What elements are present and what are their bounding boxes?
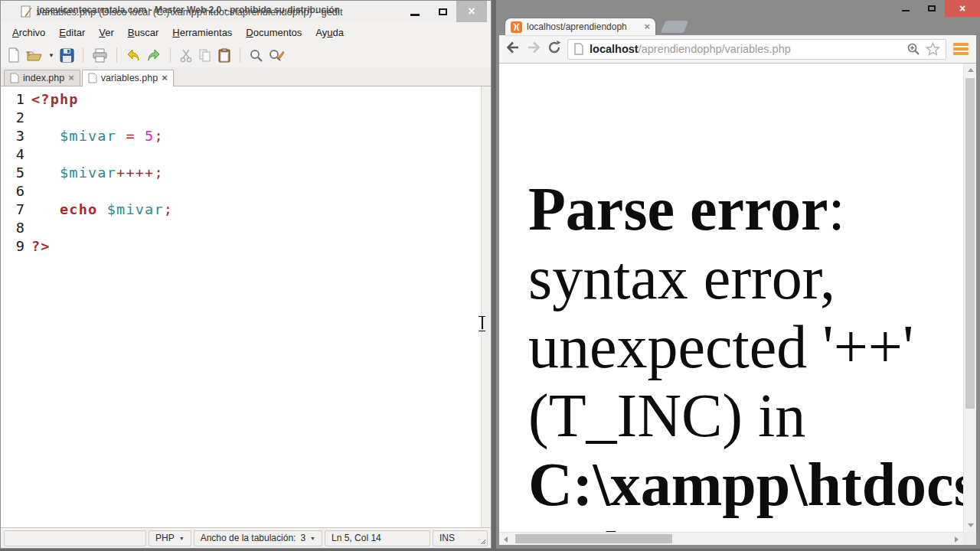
horizontal-scroll-thumb[interactable] [515, 534, 672, 543]
code-line: 3 $mivar = 5; [1, 127, 491, 145]
error-line: (T_INC) in [528, 381, 963, 450]
open-dropdown-icon[interactable]: ▼ [48, 52, 54, 59]
tab-title: localhost/aprendiendoph [527, 21, 639, 32]
scrollbar-corner [963, 532, 976, 545]
language-selector[interactable]: PHP▼ [149, 530, 191, 546]
browser-menu-icon[interactable] [952, 41, 970, 57]
menu-herramientas[interactable]: Herramientas [167, 24, 237, 41]
minimize-button[interactable] [893, 0, 919, 17]
maximize-button[interactable] [919, 0, 945, 17]
browser-tab[interactable]: localhost/aprendiendoph × [505, 18, 655, 35]
error-line: C:\xampp\htdocs\aprendiendophp\variables… [528, 450, 963, 519]
error-line: unexpected '++' [528, 312, 963, 381]
url-text[interactable]: localhost/aprendiendophp/variables.php [590, 43, 901, 55]
ibeam-cursor-pointer [479, 316, 485, 330]
code-line: 5 $mivar++++; [1, 164, 491, 182]
code-line: 8 [1, 219, 491, 237]
scroll-right-icon[interactable] [955, 536, 959, 543]
gedit-tabbar: index.php × variables.php × [1, 67, 491, 86]
vertical-scroll-thumb[interactable] [965, 78, 975, 409]
code-line: 9?> [1, 237, 491, 256]
back-icon[interactable] [505, 40, 521, 58]
code-line: 7 echo $mivar; [1, 201, 491, 219]
new-tab-button[interactable] [661, 21, 688, 33]
paste-icon[interactable] [217, 48, 231, 63]
code-area: 1<?php 2 3 $mivar = 5; 4 5 $mivar++++; 6… [1, 86, 491, 256]
menu-archivo[interactable]: Archivo [7, 24, 51, 41]
tab-width-selector[interactable]: Ancho de la tabulación:3▼ [194, 530, 322, 546]
redo-icon[interactable] [146, 48, 162, 62]
menu-editar[interactable]: Editar [54, 24, 90, 41]
code-line: 2 [1, 109, 491, 127]
tab-label: variables.php [101, 73, 158, 83]
browser-titlebar: × [496, 0, 980, 17]
xampp-favicon [511, 21, 522, 33]
address-bar[interactable]: localhost/aprendiendophp/variables.php [567, 39, 946, 60]
gedit-toolbar: ▼ [1, 43, 491, 67]
close-button[interactable]: × [456, 1, 487, 22]
error-line: Parse error: [528, 174, 963, 243]
code-line: 1<?php [1, 90, 491, 109]
cursor-position: Ln 5, Col 14 [325, 530, 430, 546]
error-page: Parse error: syntax error, unexpected '+… [499, 64, 963, 532]
statusbar-message-area [4, 530, 146, 546]
vertical-scrollbar[interactable] [963, 64, 976, 532]
print-icon[interactable] [92, 48, 108, 63]
gedit-menubar: Archivo Editar Ver Buscar Herramientas D… [1, 22, 491, 43]
scroll-left-icon[interactable] [504, 536, 508, 543]
menu-buscar[interactable]: Buscar [122, 24, 164, 41]
menu-documentos[interactable]: Documentos [240, 24, 307, 41]
forward-icon[interactable] [526, 40, 541, 58]
reload-icon[interactable] [547, 40, 562, 58]
error-line: on line 5 [528, 519, 963, 532]
insert-mode-indicator: INS [433, 530, 488, 546]
menu-ver[interactable]: Ver [93, 24, 119, 41]
file-icon [88, 73, 97, 83]
undo-icon[interactable] [126, 48, 141, 62]
browser-toolbar: localhost/aprendiendophp/variables.php [499, 35, 976, 64]
zoom-level-icon[interactable] [906, 42, 920, 56]
browser-window: × localhost/aprendiendoph × localhost/ap… [496, 0, 980, 549]
code-editor[interactable]: 1<?php 2 3 $mivar = 5; 4 5 $mivar++++; 6… [1, 86, 491, 527]
bookmark-star-icon[interactable] [926, 42, 940, 56]
tab-close-icon[interactable]: × [162, 74, 168, 82]
browser-viewport: Parse error: syntax error, unexpected '+… [499, 64, 976, 545]
save-icon[interactable] [60, 48, 74, 63]
gedit-title-area: variables.php (Disco local (C:)\xampp\ht… [37, 1, 397, 22]
scroll-down-icon[interactable] [968, 523, 974, 527]
watermark-text: josevicentecarratala.com - Master Web 2.… [37, 5, 340, 15]
open-file-icon[interactable] [26, 47, 42, 63]
tab-label: index.php [23, 73, 64, 83]
gedit-statusbar: PHP▼ Ancho de la tabulación:3▼ Ln 5, Col… [1, 527, 491, 548]
tab-close-icon[interactable]: × [68, 74, 74, 82]
code-line: 4 [1, 145, 491, 164]
copy-icon[interactable] [198, 48, 212, 63]
minimize-button[interactable] [401, 1, 429, 22]
gedit-app-icon [21, 5, 33, 21]
resize-grip[interactable] [479, 538, 485, 544]
code-line: 6 [1, 182, 491, 201]
chevron-down-icon: ▼ [179, 536, 185, 541]
new-document-icon[interactable] [7, 47, 21, 63]
horizontal-scrollbar[interactable] [499, 532, 963, 545]
maximize-button[interactable] [429, 1, 456, 22]
menu-ayuda[interactable]: Ayuda [310, 24, 349, 41]
tab-variables-php[interactable]: variables.php × [82, 70, 174, 86]
file-icon [10, 73, 19, 83]
browser-tabstrip: localhost/aprendiendoph × [496, 17, 980, 35]
scroll-up-icon[interactable] [968, 68, 974, 72]
browser-client-area: localhost/aprendiendophp/variables.php P… [499, 35, 976, 545]
tab-close-icon[interactable]: × [644, 23, 650, 31]
close-button[interactable]: × [945, 0, 980, 17]
search-replace-icon[interactable] [269, 48, 285, 63]
cut-icon[interactable] [179, 48, 193, 63]
page-icon [573, 43, 584, 55]
error-line: syntax error, [528, 243, 963, 312]
gedit-titlebar: variables.php (Disco local (C:)\xampp\ht… [1, 1, 491, 22]
editor-scrollbar[interactable] [481, 86, 491, 527]
search-icon[interactable] [249, 48, 263, 63]
gedit-window: variables.php (Disco local (C:)\xampp\ht… [0, 0, 492, 549]
tab-index-php[interactable]: index.php × [4, 70, 80, 86]
chevron-down-icon: ▼ [310, 536, 315, 541]
